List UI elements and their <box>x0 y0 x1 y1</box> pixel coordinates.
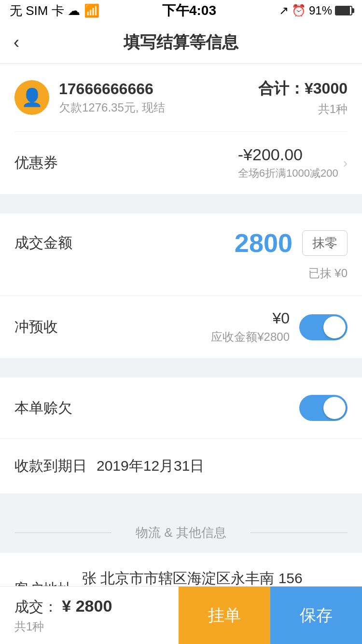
customer-total: 合计：¥3000 共1种 <box>258 78 348 117</box>
separator-1 <box>0 204 362 213</box>
avatar: 👤 <box>14 80 49 115</box>
coupon-discount: -¥200.00 <box>238 145 338 164</box>
debt-row: 本单赊欠 <box>0 378 362 438</box>
status-bar: 无 SIM 卡 ☁ 📶 下午4:03 ↗ ⏰ 91% <box>0 0 362 21</box>
duedate-label: 收款到期日 <box>14 456 87 476</box>
save-button[interactable]: 保存 <box>270 587 362 644</box>
charge-toggle[interactable] <box>299 314 348 340</box>
total-count: 共1种 <box>258 101 348 117</box>
bottom-summary: 成交： ¥ 2800 共1种 <box>0 597 179 634</box>
summary-amount: ¥ 2800 <box>62 597 112 615</box>
section-divider-text: 物流 & 其他信息 <box>136 524 226 541</box>
customer-left: 👤 17666666666 欠款1276.35元, 现结 <box>14 80 165 115</box>
alarm-icon: ⏰ <box>292 4 306 17</box>
avatar-icon: 👤 <box>21 87 43 108</box>
battery-icon <box>335 6 352 15</box>
hold-button[interactable]: 挂单 <box>179 587 270 644</box>
summary-count: 共1种 <box>14 619 164 634</box>
deal-section: 成交金额 2800 抹零 已抹 ¥0 <box>0 213 362 295</box>
customer-debt: 欠款1276.35元, 现结 <box>59 100 165 115</box>
deal-label: 成交金额 <box>14 233 72 253</box>
back-button[interactable]: ‹ <box>14 32 19 53</box>
duedate-value: 2019年12月31日 <box>97 456 204 476</box>
debt-toggle[interactable] <box>299 395 348 421</box>
summary-line1: 成交： ¥ 2800 <box>14 597 164 617</box>
wifi-icon: 📶 <box>84 3 99 18</box>
chevron-right-icon: › <box>343 155 348 171</box>
debt-label: 本单赊欠 <box>14 398 72 418</box>
coupon-info: -¥200.00 全场6折满1000减200 <box>238 145 338 181</box>
coupon-right: -¥200.00 全场6折满1000减200 › <box>238 145 348 181</box>
battery-text: 91% <box>309 4 332 17</box>
status-left: 无 SIM 卡 ☁ 📶 <box>10 2 99 19</box>
round-button[interactable]: 抹零 <box>302 230 348 256</box>
deal-row: 成交金额 2800 抹零 <box>14 228 348 258</box>
total-amount: 合计：¥3000 <box>258 78 348 99</box>
separator-2 <box>0 368 362 378</box>
deal-card: 成交金额 2800 抹零 已抹 ¥0 冲预收 ¥0 应收金额¥2800 <box>0 213 362 358</box>
debt-card: 本单赊欠 收款到期日 2019年12月31日 <box>0 378 362 493</box>
charge-receivable: 应收金额¥2800 <box>211 329 290 345</box>
coupon-row[interactable]: 优惠券 -¥200.00 全场6折满1000减200 › <box>0 132 362 194</box>
customer-row: 👤 17666666666 欠款1276.35元, 现结 合计：¥3000 共1… <box>0 64 362 131</box>
status-time: 下午4:03 <box>162 1 216 20</box>
separator-3 <box>0 503 362 513</box>
section-divider: 物流 & 其他信息 <box>0 513 362 553</box>
charge-right: ¥0 应收金额¥2800 <box>211 309 348 345</box>
location-icon: ↗ <box>279 4 289 17</box>
nav-bar: ‹ 填写结算等信息 <box>0 21 362 64</box>
deal-subtotal: 已抹 ¥0 <box>14 266 348 281</box>
duedate-row: 收款到期日 2019年12月31日 <box>0 438 362 493</box>
coupon-label: 优惠券 <box>14 153 58 173</box>
status-right: ↗ ⏰ 91% <box>279 4 352 17</box>
no-sim-text: 无 SIM 卡 ☁ <box>10 2 80 19</box>
divider-line-left <box>14 532 111 533</box>
charge-label: 冲预收 <box>14 317 58 337</box>
customer-card: 👤 17666666666 欠款1276.35元, 现结 合计：¥3000 共1… <box>0 64 362 194</box>
charge-row: 冲预收 ¥0 应收金额¥2800 <box>0 295 362 358</box>
customer-info: 17666666666 欠款1276.35元, 现结 <box>59 80 165 115</box>
deal-amount: 2800 <box>235 228 292 258</box>
page-title: 填写结算等信息 <box>124 31 238 54</box>
divider-line-right <box>251 532 348 533</box>
charge-amount: ¥0 <box>211 309 290 327</box>
charge-amount-group: ¥0 应收金额¥2800 <box>211 309 290 345</box>
coupon-desc: 全场6折满1000减200 <box>238 166 338 181</box>
summary-prefix: 成交： <box>14 599 58 615</box>
bottom-bar: 成交： ¥ 2800 共1种 挂单 保存 <box>0 586 362 644</box>
deal-right: 2800 抹零 <box>235 228 348 258</box>
customer-phone: 17666666666 <box>59 80 165 98</box>
